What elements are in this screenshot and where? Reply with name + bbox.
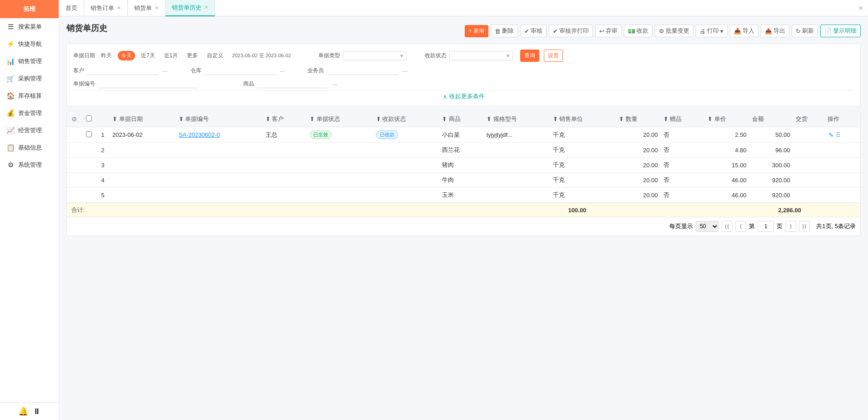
sidebar-item-label: 采购管理 [18, 75, 42, 83]
tab-sales-delivery[interactable]: 销货单 ✕ [128, 0, 166, 16]
last-page-btn[interactable]: ⟩⟩ [799, 221, 810, 232]
filter-warehouse: 仓库 ··· [191, 66, 285, 75]
filter-product-input[interactable] [257, 80, 329, 88]
tabs-bar-end: ✕ [858, 5, 868, 12]
cell-gift-4: 否 [661, 188, 705, 203]
more-icon-0[interactable]: ⠿ [836, 131, 840, 139]
table-settings-icon[interactable]: ⚙ [71, 115, 77, 123]
edit-icon-0[interactable]: ✎ [828, 131, 834, 139]
sidebar-item-sales-mgmt[interactable]: 📊 销售管理 [0, 53, 59, 70]
product-ellipsis-btn[interactable]: ··· [332, 80, 338, 88]
col-sales-unit: ⬆ 销售单位 [550, 111, 617, 127]
table-body: 1 2023-06-02 SA-20230602-0 王总 已生效 已收款 小白… [67, 127, 860, 203]
next-page-btn[interactable]: ⟩ [785, 221, 796, 232]
col-unit-price-label: ⬆ 单价 [707, 115, 726, 122]
date-btn-1month[interactable]: 近1月 [161, 51, 181, 60]
tab-sales-history[interactable]: 销货单历史 ✕ [166, 0, 215, 16]
sidebar-item-purchase-mgmt[interactable]: 🛒 采购管理 [0, 70, 59, 87]
total-label: 合计: [71, 206, 108, 214]
query-button[interactable]: 查询 [520, 50, 539, 62]
customer-ellipsis-btn[interactable]: ··· [162, 67, 168, 75]
sidebar: 拓维 ☰ 搜索菜单 ⚡ 快捷导航 📊 销售管理 🛒 采购管理 🏠 库存核算 💰 … [0, 0, 59, 420]
pause-icon[interactable]: ⏸ [33, 407, 41, 416]
sidebar-item-ops-mgmt[interactable]: 📈 经营管理 [0, 122, 59, 139]
sidebar-item-search-menu[interactable]: ☰ 搜索菜单 [0, 18, 59, 35]
approve-button[interactable]: ✔ 审核 [520, 25, 547, 37]
print-button[interactable]: 🖨 打印 ▾ [696, 25, 728, 37]
tab-sales-order[interactable]: 销售订单 ✕ [84, 0, 128, 16]
doc-number-link-0[interactable]: SA-20230602-0 [179, 131, 220, 138]
first-page-btn[interactable]: ⟨⟨ [722, 221, 733, 232]
col-doc-date-label: ⬆ 单据日期 [112, 115, 143, 122]
show-detail-button[interactable]: 📄 显示明细 [820, 25, 861, 37]
date-btn-custom[interactable]: 自定义 [204, 51, 226, 60]
col-gift-label: ⬆ 赠品 [663, 115, 682, 122]
tabs-close-all-icon[interactable]: ✕ [858, 5, 863, 12]
date-btn-today[interactable]: 今天 [118, 51, 135, 60]
sidebar-item-sys-mgmt[interactable]: ⚙ 系统管理 [0, 156, 59, 174]
batch-change-button[interactable]: ⚙ 批量变更 [655, 25, 693, 37]
salesperson-ellipsis-btn[interactable]: ··· [402, 67, 407, 75]
filter-doc-number-input[interactable] [98, 80, 198, 88]
collect-status-caret-icon: ▾ [507, 52, 510, 59]
sidebar-item-quick-nav[interactable]: ⚡ 快捷导航 [0, 35, 59, 53]
cell-collect-status-0: 已收款 [373, 127, 440, 143]
collapse-filter-btn[interactable]: ∧ 收起更多条件 [73, 90, 854, 102]
col-settings: ⚙ [67, 111, 81, 127]
cell-quantity-1: 20.00 [616, 143, 661, 158]
filter-doc-number: 单据编号 [73, 80, 198, 88]
approve-icon: ✔ [524, 28, 529, 35]
col-doc-status: ⬆ 单据状态 [307, 111, 373, 127]
tab-sales-history-close[interactable]: ✕ [204, 5, 208, 10]
warehouse-ellipsis-btn[interactable]: ··· [280, 67, 285, 75]
notification-icon[interactable]: 🔔 [18, 406, 28, 416]
import-button[interactable]: 📥 导入 [730, 25, 758, 37]
sidebar-item-basic-info[interactable]: 📋 基础信息 [0, 139, 59, 156]
filter-salesperson-input[interactable] [326, 66, 398, 75]
date-btn-more[interactable]: 更多 [184, 51, 201, 60]
filter-collect-status-select[interactable]: ▾ [449, 51, 513, 60]
delete-button[interactable]: 🗑 删除 [491, 25, 518, 37]
filter-warehouse-input[interactable] [204, 66, 276, 75]
cell-doc-status-3 [307, 173, 373, 188]
refresh-button[interactable]: ↻ 刷新 [792, 25, 818, 37]
discard-button[interactable]: ↩ 弃审 [595, 25, 622, 37]
tab-sales-delivery-close[interactable]: ✕ [155, 5, 159, 11]
collect-button[interactable]: 💵 收款 [624, 25, 652, 37]
row-checkbox-0[interactable] [86, 131, 92, 137]
quick-nav-icon: ⚡ [6, 40, 15, 48]
select-all-checkbox[interactable] [86, 115, 92, 121]
add-button[interactable]: + 新增 [465, 25, 488, 37]
col-doc-status-label: ⬆ 单据状态 [310, 115, 340, 122]
sidebar-item-stock-calc[interactable]: 🏠 库存核算 [0, 87, 59, 105]
cell-checkbox-4 [81, 188, 96, 203]
tab-home[interactable]: 首页 [59, 0, 84, 16]
approve-print-button[interactable]: ✔ 审核并打印 [549, 25, 593, 37]
tab-sales-order-close[interactable]: ✕ [117, 5, 121, 11]
filter-doc-type-select[interactable]: ▾ [343, 51, 406, 60]
sidebar-item-finance-mgmt[interactable]: 💰 资金管理 [0, 105, 59, 122]
sidebar-item-label: 搜索菜单 [18, 23, 42, 31]
cell-collect-status-3 [373, 173, 440, 188]
filter-date: 单据日期 昨天 今天 近7天 近1月 更多 自定义 2023-06-02 至 2… [73, 51, 291, 60]
cell-unit-price-1: 4.80 [705, 143, 749, 158]
date-btn-yesterday[interactable]: 昨天 [98, 51, 115, 60]
date-btn-7days[interactable]: 近7天 [138, 51, 158, 60]
cell-trade-2 [793, 158, 825, 173]
sidebar-bottom: 🔔 ⏸ [0, 402, 59, 420]
filter-row-1: 单据日期 昨天 今天 近7天 近1月 更多 自定义 2023-06-02 至 2… [73, 50, 854, 62]
filter-customer-input[interactable] [87, 66, 159, 75]
cell-settings-4 [67, 188, 81, 203]
cell-gift-2: 否 [661, 158, 705, 173]
per-page-select[interactable]: 50 100 200 [696, 221, 719, 232]
purchase-mgmt-icon: 🛒 [6, 75, 15, 83]
filter-warehouse-label: 仓库 [191, 67, 201, 75]
cell-spec-type-2 [484, 158, 550, 173]
page-number-input[interactable] [758, 221, 774, 232]
cell-unit-price-3: 46.00 [705, 173, 749, 188]
settings-button[interactable]: 设置 [544, 50, 563, 62]
prev-page-btn[interactable]: ⟨ [735, 221, 746, 232]
page-content-area: 销货单历史 + 新增 🗑 删除 ✔ 审核 ✔ 审核并打印 ↩ 弃审 [59, 16, 868, 420]
col-doc-number-label: ⬆ 单据编号 [179, 115, 209, 122]
export-button[interactable]: 📤 导出 [761, 25, 789, 37]
